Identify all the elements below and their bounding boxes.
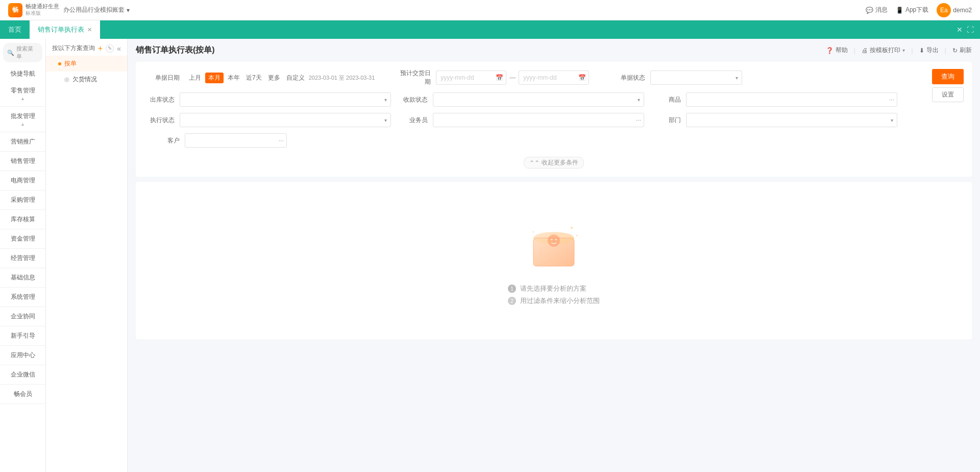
date-range-text: 2023-03-01 至 2023-03-31 [309, 74, 375, 82]
sidebar-item-appstore[interactable]: 应用中心 [0, 346, 45, 365]
divider3: | [945, 46, 946, 54]
export-btn[interactable]: ⬇ 导出 [919, 46, 939, 55]
sidebar-item-finance[interactable]: 资金管理 [0, 229, 45, 249]
help-btn[interactable]: ❓ 帮助 [826, 46, 848, 55]
sidebar-wholesale-arrow: ▲ [20, 122, 25, 127]
refresh-btn[interactable]: ↻ 刷新 [952, 46, 972, 55]
sidebar-appstore-label: 应用中心 [11, 351, 35, 360]
tab-home-label: 首页 [8, 25, 21, 34]
payment-status-control: ▾ [433, 92, 644, 107]
salesman-control: ··· [433, 113, 644, 127]
date-label: 单据日期 [144, 74, 185, 82]
payment-status-select[interactable] [433, 92, 644, 107]
breadcrumb-arrow-icon[interactable]: ▾ [127, 7, 130, 14]
app-download-action[interactable]: 📱 App下载 [896, 6, 928, 14]
sidebar-item-corp[interactable]: 企业协同 [0, 307, 45, 326]
sidebar-item-sales[interactable]: 销售管理 [0, 152, 45, 171]
empty-text-list: 1 请先选择要分析的方案 2 用过滤条件来缩小分析范围 [508, 284, 600, 309]
sidebar-marketing-label: 营销推广 [11, 137, 35, 146]
sidebar-item-ecommerce[interactable]: 电商管理 [0, 171, 45, 191]
empty-tip-1: 1 请先选择要分析的方案 [508, 284, 600, 293]
expected-date-end-icon[interactable]: 📅 [578, 74, 586, 81]
sidebar-item-newbie[interactable]: 新手引导 [0, 326, 45, 346]
template-print-btn[interactable]: 🖨 按模板打印 ▾ [862, 46, 905, 55]
user-area[interactable]: Ea demo2 [937, 3, 972, 17]
sidebar-wechat-label: 企业微信 [11, 370, 35, 379]
breadcrumb: 办公用品行业模拟账套 ▾ [63, 6, 130, 14]
message-action[interactable]: 💬 消息 [866, 6, 888, 14]
sidebar-item-operation[interactable]: 经营管理 [0, 249, 45, 268]
collapse-bar[interactable]: ⌃⌃ 收起更多条件 [144, 154, 964, 170]
sidebar-item-wholesale[interactable]: 批发管理 ▲ [0, 107, 45, 132]
print-dropdown-icon[interactable]: ▾ [902, 48, 905, 53]
expected-date-start-wrap: 📅 [436, 70, 506, 85]
expected-date-start-icon[interactable]: 📅 [496, 74, 503, 81]
left-panel-add-btn[interactable]: + [98, 44, 103, 53]
query-button[interactable]: 查询 [932, 69, 964, 84]
shortcut-this-year[interactable]: 本年 [226, 73, 242, 83]
date-separator: — [509, 74, 516, 81]
payment-status-label: 收款状态 [397, 96, 433, 104]
sidebar-item-basic[interactable]: 基础信息 [0, 268, 45, 288]
sidebar-item-system[interactable]: 系统管理 [0, 288, 45, 307]
svg-point-5 [533, 231, 534, 233]
shortcut-last-month[interactable]: 上月 [187, 73, 203, 83]
shortcut-this-month[interactable]: 本月 [205, 73, 224, 83]
settings-button[interactable]: 设置 [932, 87, 964, 102]
order-status-label: 单据状态 [609, 74, 650, 82]
sidebar-item-retail[interactable]: 零售管理 ▲ [0, 81, 45, 107]
sidebar-retail-arrow: ▲ [20, 96, 25, 101]
left-panel-item-debt[interactable]: ◎ 欠货情况 [46, 72, 127, 87]
search-icon: 🔍 [7, 50, 14, 56]
tab-close-icon[interactable]: ✕ [87, 27, 92, 33]
empty-tip-2: 2 用过滤条件来缩小分析范围 [508, 296, 600, 305]
salesman-input[interactable] [433, 113, 644, 127]
filter-row-date: 单据日期 上月 本月 本年 近7天 更多 自定义 2023-03-01 至 20… [144, 69, 964, 86]
sidebar-item-purchase[interactable]: 采购管理 [0, 191, 45, 210]
sidebar-inventory-label: 库存核算 [11, 215, 35, 224]
message-label: 消息 [875, 6, 888, 14]
empty-illustration [523, 213, 584, 274]
order-label: 按单 [64, 59, 77, 68]
sidebar-search-inner[interactable]: 🔍 搜索菜单 [3, 43, 42, 62]
left-panel-item-order[interactable]: 按单 [46, 56, 127, 72]
tab-home[interactable]: 首页 [0, 20, 30, 39]
window-close-btn[interactable]: ✕ [957, 26, 963, 34]
sidebar-nav-link[interactable]: 快捷导航 [0, 66, 45, 81]
order-status-select[interactable] [650, 70, 742, 85]
customer-input[interactable] [185, 133, 287, 148]
sidebar-item-marketing[interactable]: 营销推广 [0, 132, 45, 152]
sidebar-operation-label: 经营管理 [11, 254, 35, 263]
tab-sales-order[interactable]: 销售订单执行表 ✕ [30, 20, 100, 39]
filter-cell-exec-status: 执行状态 ▾ [144, 113, 391, 127]
sidebar-item-member[interactable]: 畅会员 [0, 385, 45, 404]
out-status-control: ▾ [180, 92, 391, 107]
salesman-more-icon[interactable]: ··· [636, 116, 641, 124]
sidebar-search-area[interactable]: 🔍 搜索菜单 [0, 39, 45, 66]
shortcut-custom[interactable]: 自定义 [284, 73, 307, 83]
goods-input[interactable] [686, 92, 897, 107]
filter-row-exec: 执行状态 ▾ 业务员 ··· 部门 [144, 113, 964, 127]
sidebar-item-inventory[interactable]: 库存核算 [0, 210, 45, 229]
shortcut-last7[interactable]: 近7天 [244, 73, 264, 83]
filter-row-customer: 客户 ··· [144, 133, 964, 148]
sidebar-retail-label: 零售管理 [11, 86, 35, 95]
message-icon: 💬 [866, 7, 873, 14]
filter-cell-salesman: 业务员 ··· [397, 113, 644, 127]
collapse-button[interactable]: ⌃⌃ 收起更多条件 [524, 157, 584, 169]
customer-label: 客户 [144, 136, 185, 145]
dept-select[interactable] [686, 113, 897, 127]
sidebar-item-wechat[interactable]: 企业微信 [0, 365, 45, 385]
left-panel-edit-btn[interactable]: ✎ [106, 44, 114, 53]
left-panel-collapse-btn[interactable]: « [117, 45, 121, 52]
sidebar-member-label: 畅会员 [14, 390, 32, 398]
shortcut-more[interactable]: 更多 [266, 73, 282, 83]
exec-status-select[interactable] [180, 113, 391, 127]
goods-more-icon[interactable]: ··· [889, 96, 894, 103]
window-maximize-btn[interactable]: ⛶ [967, 26, 974, 34]
expected-date-range: 📅 — 📅 [436, 70, 589, 85]
customer-more-icon[interactable]: ··· [279, 137, 284, 144]
collapse-up-icon: ⌃⌃ [529, 159, 540, 167]
out-status-select[interactable] [180, 92, 391, 107]
filter-cell-dept: 部门 ▾ [650, 113, 897, 127]
